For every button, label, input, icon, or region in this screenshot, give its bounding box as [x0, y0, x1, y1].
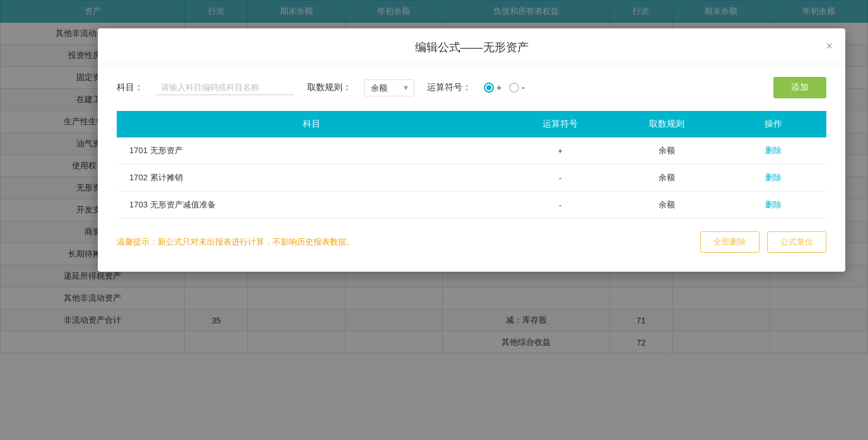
footer-tip: 温馨提示：新公式只对未出报表进行计算，不影响历史报表数据。	[117, 236, 355, 248]
delete-row-button[interactable]: 删除	[765, 199, 782, 211]
formula-action-cell: 删除	[720, 165, 826, 192]
radio-plus-circle	[484, 83, 494, 93]
data-table-wrapper: 科目 运算符号 取数规则 操作 1701 无形资产+余额删除1702 累计摊销-…	[98, 111, 845, 219]
formula-subject: 1701 无形资产	[117, 137, 507, 165]
edit-formula-modal: 编辑公式——无形资产 × 科目： 取数规则： 余额 借方 贷方 ▼ 运算符号： …	[98, 28, 845, 272]
modal-header: 编辑公式——无形资产 ×	[98, 28, 845, 64]
delete-all-button[interactable]: 全部删除	[700, 231, 760, 253]
rule-label: 取数规则：	[307, 82, 351, 93]
operator-radio-group: + -	[484, 83, 525, 93]
form-row: 科目： 取数规则： 余额 借方 贷方 ▼ 运算符号： + - 添加	[98, 64, 845, 111]
formula-operator: +	[507, 137, 614, 165]
delete-row-button[interactable]: 删除	[765, 145, 782, 156]
th-operator: 运算符号	[507, 111, 614, 137]
formula-row: 1701 无形资产+余额删除	[117, 137, 826, 165]
operator-plus-radio[interactable]: +	[484, 83, 501, 93]
modal-title: 编辑公式——无形资产	[415, 41, 529, 54]
subject-input[interactable]	[156, 80, 295, 95]
th-subject: 科目	[117, 111, 507, 137]
formula-rule: 余额	[614, 165, 720, 192]
operator-label: 运算符号：	[427, 82, 471, 93]
formula-table: 科目 运算符号 取数规则 操作 1701 无形资产+余额删除1702 累计摊销-…	[117, 111, 826, 219]
rule-select-wrapper: 余额 借方 贷方 ▼	[364, 79, 414, 96]
modal-close-button[interactable]: ×	[826, 40, 833, 52]
radio-minus-circle	[509, 83, 519, 93]
formula-subject: 1702 累计摊销	[117, 165, 507, 192]
formula-rule: 余额	[614, 192, 720, 219]
th-rule: 取数规则	[614, 111, 720, 137]
reset-formula-button[interactable]: 公式复位	[767, 231, 826, 253]
formula-operator: -	[507, 165, 614, 192]
formula-row: 1702 累计摊销-余额删除	[117, 165, 826, 192]
table-header-row: 科目 运算符号 取数规则 操作	[117, 111, 826, 137]
formula-action-cell: 删除	[720, 137, 826, 165]
formula-action-cell: 删除	[720, 192, 826, 219]
rule-select[interactable]: 余额 借方 贷方	[364, 79, 414, 96]
footer-buttons: 全部删除 公式复位	[700, 231, 826, 253]
th-action: 操作	[720, 111, 826, 137]
subject-label: 科目：	[117, 82, 143, 93]
modal-footer: 温馨提示：新公式只对未出报表进行计算，不影响历史报表数据。 全部删除 公式复位	[98, 219, 845, 253]
add-button[interactable]: 添加	[773, 77, 826, 98]
formula-rule: 余额	[614, 137, 720, 165]
formula-subject: 1703 无形资产减值准备	[117, 192, 507, 219]
formula-operator: -	[507, 192, 614, 219]
operator-plus-label: +	[496, 83, 501, 93]
formula-row: 1703 无形资产减值准备-余额删除	[117, 192, 826, 219]
operator-minus-radio[interactable]: -	[509, 83, 525, 93]
operator-minus-label: -	[522, 83, 525, 93]
delete-row-button[interactable]: 删除	[765, 172, 782, 183]
